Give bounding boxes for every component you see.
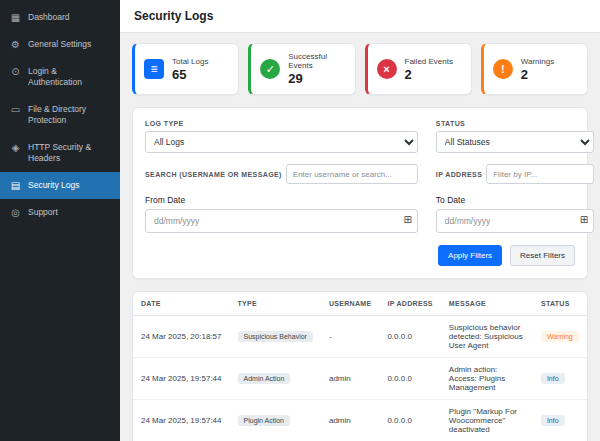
cell-type: Plugin Action [230,400,321,441]
gear-icon: ⚙ [10,39,21,50]
sidebar-item-login-authentication[interactable]: ⊙Login & Authentication [0,58,120,96]
apply-filters-button[interactable]: Apply Filters [438,245,502,266]
stat-card-warnings: !Warnings2 [481,43,588,95]
table-row: 24 Mar 2025, 20:18:57Suspicious Behavior… [133,316,587,358]
stat-value: 2 [521,67,555,82]
log-type-select[interactable]: All Logs [145,131,418,153]
to-date-label: To Date [436,195,594,205]
sidebar-item-label: File & Directory Protection [28,104,110,126]
search-field: SEARCH (USERNAME OR MESSAGE) [145,164,418,184]
sidebar-item-support[interactable]: ◎Support [0,199,120,226]
sidebar-nav: ▦Dashboard⚙General Settings⊙Login & Auth… [0,4,120,226]
cell-ip: 0.0.0.0 [379,400,440,441]
cell-username: admin [321,400,379,441]
sidebar-item-security-logs[interactable]: ▤Security Logs [0,172,120,199]
table-row: 24 Mar 2025, 19:57:44Plugin Actionadmin0… [133,400,587,441]
reset-filters-button[interactable]: Reset Filters [510,245,575,266]
search-label: SEARCH (USERNAME OR MESSAGE) [145,171,282,178]
stat-value: 65 [172,67,208,82]
cell-message: Admin action: Access: Plugins Management [441,358,533,400]
to-date-field: To Date ⊞ [436,195,594,233]
filters-panel: LOG TYPE All Logs STATUS All Statuses SE… [132,107,588,279]
column-header-date: DATE [133,292,230,316]
sidebar-item-dashboard[interactable]: ▦Dashboard [0,4,120,31]
sidebar-item-label: Security Logs [28,180,80,191]
table-body: 24 Mar 2025, 20:18:57Suspicious Behavior… [133,316,587,441]
calendar-icon[interactable]: ⊞ [580,214,588,225]
logs-table-card: DATETYPEUSERNAMEIP ADDRESSMESSAGESTATUS … [132,291,588,441]
stat-card-body: Total Logs65 [172,57,208,82]
cell-status: Warning [533,316,587,358]
stat-card-body: Successful Events29 [288,52,345,86]
status-badge: Info [541,415,565,426]
ip-field: IP ADDRESS [436,164,594,184]
logs-icon: ≡ [144,59,164,79]
to-date-input[interactable] [436,209,594,233]
sidebar-item-label: General Settings [28,39,91,50]
main-area: Security Logs ≡Total Logs65✓Successful E… [120,0,600,441]
login-icon: ⊙ [10,66,21,77]
column-header-status: STATUS [533,292,587,316]
logs-table: DATETYPEUSERNAMEIP ADDRESSMESSAGESTATUS … [133,292,587,441]
logs-icon: ▤ [10,180,21,191]
stat-card-failed-events: ×Failed Events2 [365,43,472,95]
support-icon: ◎ [10,207,21,218]
cell-message: Suspicious behavior detected: Suspicious… [441,316,533,358]
status-select[interactable]: All Statuses [436,131,594,153]
type-badge: Admin Action [238,373,291,384]
sidebar-item-label: Dashboard [28,12,70,23]
cell-date: 24 Mar 2025, 19:57:44 [133,358,230,400]
stat-card-total-logs: ≡Total Logs65 [132,43,239,95]
shield-icon: ◈ [10,142,21,153]
cell-message: Plugin "Markup For Woocommerce" deactiva… [441,400,533,441]
calendar-icon[interactable]: ⊞ [403,214,411,225]
status-field: STATUS All Statuses [436,120,594,153]
sidebar-item-general-settings[interactable]: ⚙General Settings [0,31,120,58]
cell-date: 24 Mar 2025, 20:18:57 [133,316,230,358]
cell-status: Info [533,400,587,441]
stats-row: ≡Total Logs65✓Successful Events29×Failed… [132,43,588,95]
cell-status: Info [533,358,587,400]
log-type-field: LOG TYPE All Logs [145,120,418,153]
ip-address-input[interactable] [486,164,594,184]
stat-value: 2 [405,67,453,82]
log-type-label: LOG TYPE [145,120,418,127]
page-title: Security Logs [134,9,586,23]
from-date-input[interactable] [145,209,418,233]
sidebar-item-label: HTTP Security & Headers [28,142,110,164]
cell-username: admin [321,358,379,400]
sidebar-item-http-security-headers[interactable]: ◈HTTP Security & Headers [0,134,120,172]
column-header-username: USERNAME [321,292,379,316]
stat-card-body: Failed Events2 [405,57,453,82]
warning-icon: ! [493,59,513,79]
cell-date: 24 Mar 2025, 19:57:44 [133,400,230,441]
cell-ip: 0.0.0.0 [379,358,440,400]
table-row: 24 Mar 2025, 19:57:44Admin Actionadmin0.… [133,358,587,400]
column-header-message: MESSAGE [441,292,533,316]
check-icon: ✓ [260,59,280,79]
column-header-ip-address: IP ADDRESS [379,292,440,316]
type-badge: Plugin Action [238,415,290,426]
from-date-label: From Date [145,195,418,205]
stat-card-successful-events: ✓Successful Events29 [248,43,355,95]
filters-grid: LOG TYPE All Logs STATUS All Statuses SE… [145,120,575,233]
dashboard-icon: ▦ [10,12,21,23]
type-badge: Suspicious Behavior [238,331,313,342]
sidebar-item-file-directory-protection[interactable]: ▭File & Directory Protection [0,96,120,134]
sidebar-item-label: Login & Authentication [28,66,110,88]
cell-type: Admin Action [230,358,321,400]
content-area: ≡Total Logs65✓Successful Events29×Failed… [120,33,600,441]
stat-label: Failed Events [405,57,453,66]
cell-ip: 0.0.0.0 [379,316,440,358]
status-badge: Warning [541,331,579,342]
cell-username: - [321,316,379,358]
search-input[interactable] [286,164,418,184]
sidebar: ▦Dashboard⚙General Settings⊙Login & Auth… [0,0,120,441]
stat-card-body: Warnings2 [521,57,555,82]
sidebar-item-label: Support [28,207,58,218]
status-badge: Info [541,373,565,384]
stat-value: 29 [288,71,345,86]
ip-address-label: IP ADDRESS [436,171,482,178]
column-header-type: TYPE [230,292,321,316]
filter-buttons-row: Apply Filters Reset Filters [145,245,575,266]
